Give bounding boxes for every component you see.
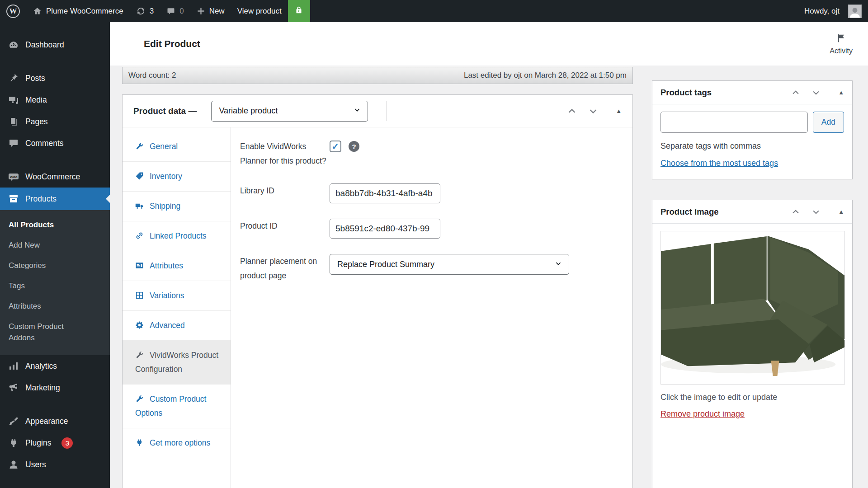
postbox-order-controls: ▲ [791, 88, 844, 97]
sidebar-item-label: Appearance [25, 417, 68, 426]
move-up-icon[interactable] [791, 207, 800, 216]
activity-label: Activity [830, 47, 853, 55]
sidebar-item-plugins[interactable]: Plugins 3 [0, 432, 110, 454]
collapse-toggle-icon[interactable]: ▲ [616, 108, 622, 114]
plugin-icon [8, 437, 19, 448]
tab-inventory[interactable]: Inventory [123, 162, 231, 192]
tab-advanced[interactable]: Advanced [123, 311, 231, 341]
woocommerce-icon: Woo [8, 171, 19, 182]
new-menu[interactable]: New [190, 0, 231, 22]
sidebar-item-posts[interactable]: Posts [0, 67, 110, 89]
tab-get-more-options[interactable]: Get more options [123, 428, 231, 458]
tab-label: Custom Product Options [135, 394, 206, 418]
product-id-input[interactable] [330, 219, 440, 239]
sidebar-item-marketing[interactable]: Marketing [0, 377, 110, 399]
postbox-order-controls: ▲ [791, 207, 844, 216]
submenu-tags[interactable]: Tags [0, 276, 110, 296]
planner-placement-select[interactable]: Replace Product Summary [330, 254, 569, 275]
sidebar-item-woocommerce[interactable]: Woo WooCommerce [0, 166, 110, 188]
view-product-link[interactable]: View product [231, 0, 288, 22]
submenu-add-new[interactable]: Add New [0, 235, 110, 255]
postbox-order-controls: ▲ [567, 106, 622, 116]
lock-icon [294, 5, 304, 17]
wordpress-admin-screen: W Plume WooCommerce 3 0 [0, 0, 868, 488]
product-tags-panel: Product tags ▲ [652, 80, 853, 179]
tab-vividworks-product-configuration[interactable]: VividWorks Product Configuration [123, 341, 231, 385]
tab-linked-products[interactable]: Linked Products [123, 221, 231, 251]
most-used-tags-link[interactable]: Choose from the most used tags [660, 159, 778, 168]
sidebar-item-analytics[interactable]: Analytics [0, 355, 110, 377]
howdy-text: Howdy, ojt [804, 7, 840, 16]
tab-label: VividWorks Product Configuration [135, 351, 218, 374]
sidebar-item-dashboard[interactable]: Dashboard [0, 34, 110, 56]
submenu-attributes[interactable]: Attributes [0, 296, 110, 316]
help-icon[interactable]: ? [349, 141, 359, 152]
sidebar-item-media[interactable]: Media [0, 89, 110, 111]
move-down-icon[interactable] [588, 106, 598, 116]
ssl-lock-button[interactable] [288, 0, 310, 22]
new-tag-input[interactable] [660, 112, 808, 133]
planner-placement-value: Replace Product Summary [337, 260, 434, 269]
wrench-icon [135, 141, 144, 150]
product-type-select[interactable]: Variable product [211, 101, 368, 122]
sidebar-item-products[interactable]: Products [0, 188, 110, 210]
collapse-toggle-icon[interactable]: ▲ [838, 89, 844, 96]
tab-custom-product-options[interactable]: Custom Product Options [123, 385, 231, 428]
grid-icon [135, 290, 144, 299]
sidebar-item-label: Plugins [25, 438, 51, 448]
sidebar-item-appearance[interactable]: Appearance [0, 410, 110, 432]
wordpress-menu[interactable]: W [0, 0, 26, 22]
product-tags-body: Add Separate tags with commas Choose fro… [652, 104, 852, 179]
activity-button[interactable]: Activity [830, 33, 853, 55]
submenu-custom-product-addons[interactable]: Custom Product Addons [0, 316, 95, 348]
product-image-thumbnail[interactable] [660, 231, 845, 385]
sofa-image [661, 231, 844, 384]
planner-placement-label: Planner placement on product page [240, 254, 330, 283]
tab-shipping[interactable]: Shipping [123, 192, 231, 221]
tab-general[interactable]: General [123, 132, 231, 162]
comments-item[interactable]: 0 [160, 0, 190, 22]
paintbrush-icon [8, 416, 19, 427]
main-content: Edit Product Activity Word count: 2 Last… [110, 22, 868, 488]
product-data-body: General Inventory Shipping Linked Produc… [123, 127, 632, 488]
sidebar-item-label: Comments [25, 139, 64, 148]
tab-label: Inventory [150, 172, 182, 181]
library-id-input[interactable] [330, 183, 440, 203]
sidebar-item-label: Posts [25, 74, 45, 83]
index-card-icon [135, 260, 144, 269]
site-name: Plume WooCommerce [46, 7, 123, 16]
sidebar-item-pages[interactable]: Pages [0, 111, 110, 132]
sidebar-item-comments[interactable]: Comments [0, 132, 110, 154]
tab-label: Attributes [150, 261, 183, 270]
comments-count: 0 [179, 7, 184, 16]
move-up-icon[interactable] [791, 88, 800, 97]
submenu-all-products[interactable]: All Products [0, 215, 110, 235]
view-product-label: View product [237, 7, 282, 16]
tag-icon [135, 171, 144, 179]
page-header: Edit Product Activity [110, 22, 868, 66]
move-down-icon[interactable] [811, 207, 821, 216]
add-tag-button[interactable]: Add [813, 112, 844, 133]
my-account[interactable]: Howdy, ojt [798, 5, 868, 18]
move-up-icon[interactable] [567, 106, 577, 116]
dashboard-icon [8, 39, 19, 50]
enable-planner-checkbox[interactable]: ✓ [330, 141, 341, 152]
submenu-categories[interactable]: Categories [0, 255, 110, 276]
pages-icon [8, 116, 19, 127]
tab-label: Linked Products [150, 231, 207, 240]
collapse-toggle-icon[interactable]: ▲ [838, 208, 844, 215]
move-down-icon[interactable] [811, 88, 821, 97]
updates-item[interactable]: 3 [130, 0, 160, 22]
product-tags-header: Product tags ▲ [652, 81, 852, 104]
sidebar-item-users[interactable]: Users [0, 454, 110, 475]
site-link[interactable]: Plume WooCommerce [26, 0, 130, 22]
remove-product-image-link[interactable]: Remove product image [660, 409, 745, 419]
truck-icon [135, 201, 144, 209]
tab-variations[interactable]: Variations [123, 281, 231, 311]
comment-bubble-icon [166, 7, 175, 16]
tab-attributes[interactable]: Attributes [123, 251, 231, 281]
tags-hint: Separate tags with commas [660, 141, 844, 151]
word-count: Word count: 2 [128, 71, 176, 80]
chevron-down-icon [554, 259, 562, 270]
user-icon [8, 459, 19, 470]
